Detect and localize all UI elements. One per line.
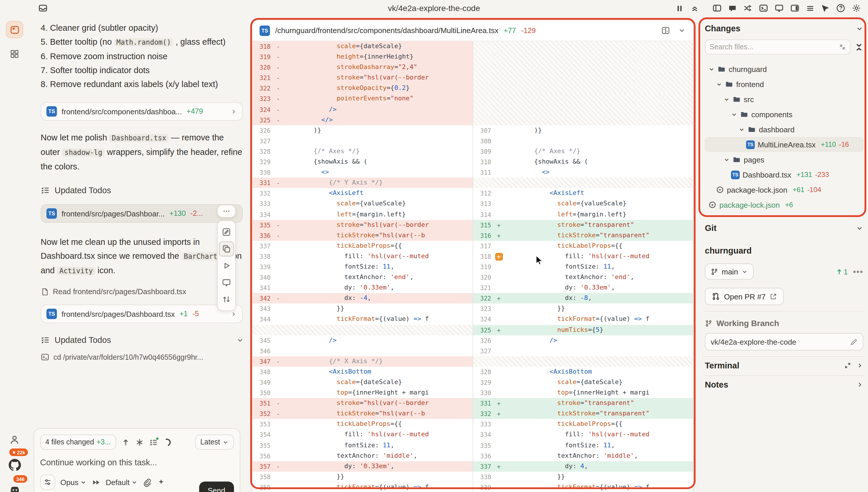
compare-arrows-icon[interactable]	[219, 292, 234, 307]
chevron-down-icon[interactable]	[236, 336, 244, 344]
diff-row: 357- dy: '0.33em',337+ dy: 4,	[253, 461, 693, 472]
tree-folder-components[interactable]: components	[705, 107, 863, 122]
monitor-icon[interactable]	[219, 275, 234, 290]
edit-pencil-icon[interactable]	[850, 338, 858, 345]
read-file-row[interactable]: Read frontend/src/pages/Dashboard.tsx	[41, 287, 244, 296]
diff-row: 327308	[253, 136, 693, 146]
branch-selector[interactable]: main	[705, 264, 754, 280]
tree-folder-dashboard[interactable]: dashboard	[705, 122, 863, 137]
pointer-icon[interactable]	[821, 4, 830, 13]
chevron-right-icon[interactable]	[857, 362, 863, 369]
diff-marker: +	[494, 409, 503, 419]
terminal-command-row[interactable]: cd /private/var/folders/10/h7w0q46556ggr…	[41, 353, 244, 362]
workspace-icon[interactable]	[6, 21, 23, 38]
tree-file-Dashboard.tsx[interactable]: TSDashboard.tsx+131-233	[705, 167, 863, 182]
tree-file-package-lock.json[interactable]: package-lock.json+61-104	[705, 182, 863, 197]
line-number: 331	[473, 398, 494, 409]
file-search-input[interactable]	[709, 43, 836, 51]
fast-forward-icon[interactable]	[92, 478, 100, 487]
diff-row: 358 }}338 }}	[253, 472, 693, 482]
chevron-down-icon[interactable]	[856, 25, 863, 32]
chevron-right-icon[interactable]	[857, 381, 863, 388]
diff-marker: +	[494, 325, 503, 335]
collapse-tree-icon[interactable]	[855, 43, 863, 51]
code-line: stroke="hsl(var(--border	[283, 398, 473, 409]
chevron-down-icon[interactable]	[856, 224, 863, 232]
send-button[interactable]: Send	[199, 482, 234, 492]
panel-left-icon[interactable]	[712, 3, 722, 13]
shuffle-icon[interactable]	[743, 3, 752, 13]
line-number	[473, 73, 494, 83]
collapse-diff-icon[interactable]	[839, 44, 846, 50]
todos-checklist-icon[interactable]	[149, 438, 158, 446]
chevron-down-icon[interactable]	[678, 27, 686, 34]
code-line: fontSize: 11,	[503, 262, 693, 272]
latest-dropdown[interactable]: Latest	[195, 435, 234, 450]
sliders-icon[interactable]	[40, 474, 55, 490]
add-comment-button[interactable]: +	[495, 253, 502, 261]
sparkle-icon[interactable]	[157, 478, 166, 487]
discord-icon[interactable]	[6, 482, 23, 492]
tree-folder-pages[interactable]: pages	[705, 152, 863, 167]
code-line: />	[503, 335, 693, 345]
line-number: 335	[473, 440, 494, 450]
diff-marker	[494, 304, 503, 314]
diff-left-ctx-line: 350 top={innerHeight + margi	[253, 388, 473, 398]
grid-apps-icon[interactable]	[6, 45, 23, 63]
more-ellipsis-icon[interactable]	[219, 206, 234, 216]
model-dropdown[interactable]: Opus	[61, 478, 87, 487]
panel-right-icon[interactable]	[790, 3, 799, 13]
git-section-header[interactable]: Git	[705, 219, 863, 237]
github-icon[interactable]	[6, 456, 23, 473]
pause-icon[interactable]	[675, 4, 684, 13]
tree-folder-frontend[interactable]: frontend	[705, 77, 863, 92]
paperclip-icon[interactable]	[143, 478, 152, 487]
tray-icon[interactable]	[38, 3, 48, 13]
chat-input[interactable]	[40, 458, 234, 467]
code-line	[503, 177, 693, 188]
diff-left-ctx-line: 329 {showAxis && (	[253, 157, 473, 167]
account-icon[interactable]	[6, 431, 23, 448]
settings-gear-icon[interactable]	[852, 3, 861, 13]
edit-icon[interactable]	[219, 224, 234, 240]
tree-file-package-lock.json[interactable]: package-lock.json+6	[705, 197, 863, 212]
menu-icon[interactable]	[806, 4, 815, 13]
updated-todos-row[interactable]: Updated Todos	[41, 335, 244, 345]
notes-section-header[interactable]: Notes	[705, 376, 863, 393]
working-branch-input[interactable]	[711, 337, 850, 346]
diff-left-del-line: 325- </>	[253, 115, 473, 125]
changes-section-header[interactable]: Changes	[705, 20, 863, 37]
file-chip[interactable]: TS frontend/src/components/dashboa... +4…	[41, 102, 243, 121]
tree-folder-src[interactable]: src	[705, 92, 863, 107]
tree-folder-churnguard[interactable]: churnguard	[705, 62, 863, 77]
commits-ahead[interactable]: 1	[836, 267, 848, 276]
line-number: 352	[253, 409, 274, 419]
chat-bubble-icon[interactable]	[728, 4, 737, 13]
mode-dropdown[interactable]: Default	[106, 478, 138, 487]
collapse-up-icon[interactable]	[690, 4, 699, 13]
asterisk-icon[interactable]	[135, 438, 144, 446]
terminal-icon[interactable]	[759, 3, 768, 13]
monitor-icon[interactable]	[775, 3, 784, 13]
line-number: 336	[253, 230, 274, 241]
updated-todos-row[interactable]: Updated Todos	[41, 186, 244, 195]
expand-icon[interactable]	[844, 362, 851, 369]
line-number	[473, 41, 494, 52]
terminal-section-header[interactable]: Terminal	[705, 357, 863, 374]
chevron-down-icon	[742, 268, 748, 275]
diff-view-toggle-icon[interactable]	[661, 26, 670, 35]
more-options-icon[interactable]: •••	[853, 267, 863, 276]
tree-file-MultiLineArea.tsx[interactable]: TSMultiLineArea.tsx+110-16	[705, 137, 863, 152]
play-icon[interactable]	[219, 258, 234, 273]
files-changed-chip[interactable]: 4 files changed +3...	[40, 435, 116, 450]
help-icon[interactable]	[836, 3, 845, 13]
diff-marker	[274, 241, 283, 251]
copy-icon[interactable]	[219, 241, 234, 256]
up-arrow-icon[interactable]	[121, 438, 130, 446]
inline-code: Activity	[57, 267, 95, 275]
file-chip[interactable]: TS frontend/src/pages/Dashboar... +130 -…	[41, 204, 243, 223]
open-pr-button[interactable]: Open PR #7	[705, 288, 783, 305]
package-lock-icon	[708, 201, 717, 209]
line-number: 343	[253, 304, 274, 314]
file-chip[interactable]: TS frontend/src/pages/Dashboard.tsx +1 -…	[41, 304, 243, 323]
